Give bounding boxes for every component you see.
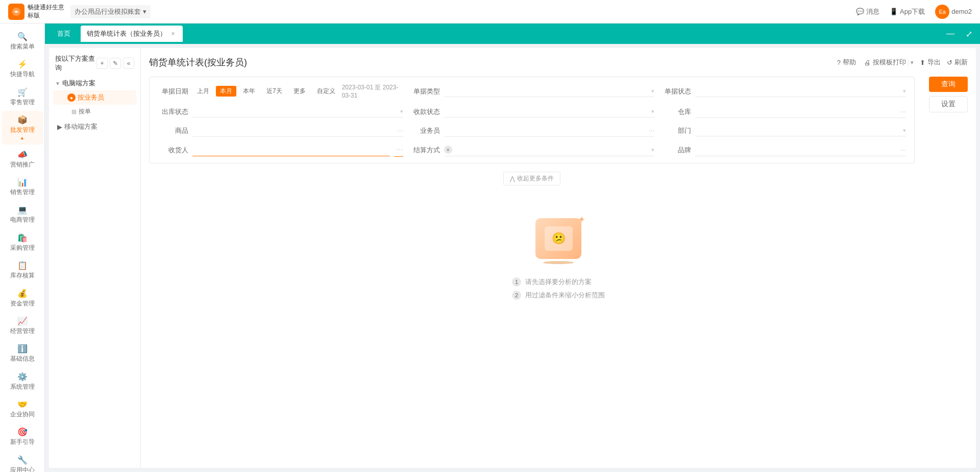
sidebar-inventory-label: 库存核算 <box>10 272 35 279</box>
help-button[interactable]: ? 帮助 <box>837 58 856 67</box>
message-action[interactable]: 💬 消息 <box>856 7 879 16</box>
this-month-btn[interactable]: 本月 <box>216 86 236 97</box>
brand-field[interactable]: ··· <box>695 144 906 156</box>
scheme-header: 按以下方案查询 + ✎ « <box>49 52 140 77</box>
scheme-add-button[interactable]: + <box>96 58 108 69</box>
receipt-status-select[interactable]: ▾ <box>444 106 655 117</box>
collapse-button[interactable]: ⋀ 收起更多条件 <box>503 172 560 185</box>
more-btn[interactable]: 更多 <box>289 85 310 97</box>
sidebar-marketing-label: 营销推广 <box>10 161 35 168</box>
print-button[interactable]: 🖨 按模板打印 <box>862 58 908 67</box>
doc-type-label: 单据类型 <box>409 87 440 96</box>
sidebar-item-system[interactable]: ⚙️ 系统管理 <box>2 368 43 394</box>
group-desktop-label: 电脑端方案 <box>62 79 95 88</box>
sidebar-item-purchase[interactable]: 🛍️ 采购管理 <box>2 229 43 255</box>
doc-status-arrow-icon: ▾ <box>903 88 906 95</box>
empty-step-1: 1 请先选择要分析的方案 <box>512 277 605 287</box>
right-content: 首页 销货单统计表（按业务员） × — ⤢ 按以下方案查询 + <box>45 23 980 472</box>
sidebar-retail-label: 零售管理 <box>10 99 35 106</box>
condition-row-2: 出库状态 ▾ 收款状态 <box>158 105 906 118</box>
sidebar-item-enterprise[interactable]: 🤝 企业协同 <box>2 395 43 422</box>
sidebar-item-basicinfo[interactable]: ℹ️ 基础信息 <box>2 340 43 366</box>
sidebar-item-retail[interactable]: 🛒 零售管理 <box>2 83 43 110</box>
tabbar-actions: — ⤢ <box>943 27 976 41</box>
message-label: 消息 <box>866 7 879 16</box>
collapse-icon: ⋀ <box>510 175 515 182</box>
date-field: 上月 本月 本年 近7天 更多 自定义 2023-03-01 至 20 <box>192 83 403 99</box>
receiver-input[interactable] <box>192 144 390 156</box>
appcenter-icon: 🔧 <box>17 455 28 465</box>
refresh-button[interactable]: ↺ 刷新 <box>947 58 968 67</box>
tab-close-button[interactable]: × <box>169 30 177 37</box>
sidebar-management-label: 经营管理 <box>10 327 35 335</box>
query-button[interactable]: 查询 <box>929 77 968 92</box>
sidebar-item-wholesale[interactable]: 📦 批发管理 ▲ <box>2 111 43 144</box>
doc-type-group: 单据类型 ▾ <box>409 86 655 97</box>
sidebar-item-quicknav[interactable]: ⚡ 快捷导航 <box>2 55 43 82</box>
doc-status-select[interactable]: ▾ <box>695 86 906 97</box>
settlement-clear-button[interactable]: × <box>444 146 452 154</box>
user-profile[interactable]: Ea demo2 <box>935 5 972 19</box>
sidebar-item-marketing[interactable]: 📣 营销推广 <box>2 146 43 172</box>
date-range-value: 2023-03-01 至 2023-03-31 <box>342 83 403 99</box>
step2-num: 2 <box>512 291 521 300</box>
step1-num: 1 <box>512 277 521 287</box>
receiver-dots[interactable]: ··· <box>394 143 403 157</box>
sidebar-item-search[interactable]: 🔍 搜索菜单 <box>2 28 43 54</box>
tab-minimize-button[interactable]: — <box>943 27 958 41</box>
sidebar-item-finance[interactable]: 💰 资金管理 <box>2 285 43 311</box>
sidebar-newbie-label: 新手引导 <box>10 438 35 445</box>
sidebar-item-ecommerce[interactable]: 💻 电商管理 <box>2 201 43 227</box>
tab-home[interactable]: 首页 <box>49 26 79 41</box>
action-buttons: 查询 设置 <box>929 77 968 112</box>
department-select[interactable]: ▾ <box>695 125 906 136</box>
inventory-icon: 📋 <box>17 261 28 270</box>
scheme-item-byorder[interactable]: ⊞ 按单 <box>53 105 136 118</box>
scheme-edit-button[interactable]: ✎ <box>110 58 121 69</box>
scheme-panel: 按以下方案查询 + ✎ « ▼ 电脑端方案 ● <box>49 48 141 468</box>
settlement-arrow-icon: ▾ <box>651 147 654 153</box>
scheme-group-mobile-header[interactable]: ▶ 移动端方案 <box>49 120 140 133</box>
doc-type-select[interactable]: ▾ <box>444 86 655 97</box>
tabbar: 首页 销货单统计表（按业务员） × — ⤢ <box>45 23 980 44</box>
warehouse-field[interactable]: ··· <box>695 105 906 118</box>
doc-type-arrow-icon: ▾ <box>651 88 654 95</box>
tab-maximize-button[interactable]: ⤢ <box>962 27 976 41</box>
last7-btn[interactable]: 近7天 <box>262 85 287 97</box>
sidebar-item-newbie[interactable]: 🎯 新手引导 <box>2 423 43 450</box>
sidebar-item-sales[interactable]: 📊 销售管理 <box>2 173 43 200</box>
settings-button[interactable]: 设置 <box>929 96 968 112</box>
empty-step-2: 2 用过滤条件来缩小分析范围 <box>512 291 605 300</box>
scheme-collapse-button[interactable]: « <box>123 58 134 69</box>
goods-field[interactable]: ··· <box>192 124 403 137</box>
out-status-select[interactable]: ▾ <box>192 106 403 117</box>
print-icon: 🖨 <box>864 59 871 66</box>
query-panel: 销货单统计表(按业务员) ? 帮助 🖨 按模板打印 <box>141 48 976 468</box>
this-year-btn[interactable]: 本年 <box>238 85 260 97</box>
scheme-group-desktop-header[interactable]: ▼ 电脑端方案 <box>51 77 138 90</box>
group-mobile-label: 移动端方案 <box>64 122 97 131</box>
goods-group: 商品 ··· <box>158 124 403 137</box>
sidebar-item-management[interactable]: 📈 经营管理 <box>2 312 43 339</box>
tab-active[interactable]: 销货单统计表（按业务员） × <box>81 26 183 42</box>
export-button[interactable]: ⬆ 导出 <box>920 58 941 67</box>
print-label: 按模板打印 <box>873 58 906 67</box>
scheme-group-desktop: ▼ 电脑端方案 ● 按业务员 ⊞ 按单 <box>49 77 140 118</box>
avatar: Ea <box>935 5 949 19</box>
sidebar-item-appcenter[interactable]: 🔧 应用中心 <box>2 451 43 472</box>
custom-btn[interactable]: 自定义 <box>312 85 340 97</box>
app-download-action[interactable]: 📱 App下载 <box>890 7 925 16</box>
department-group: 部门 ▾ <box>660 125 906 136</box>
help-icon: ? <box>837 59 841 66</box>
app-selector[interactable]: 办公用品行业模拟账套 ▾ <box>70 5 151 18</box>
sidebar-wholesale-label: 批发管理 <box>10 126 35 133</box>
sidebar-search-label: 搜索菜单 <box>10 43 35 50</box>
print-chevron-icon[interactable]: ▾ <box>908 59 914 66</box>
last-month-btn[interactable]: 上月 <box>192 85 214 97</box>
sidebar-item-inventory[interactable]: 📋 库存核算 <box>2 256 43 283</box>
salesperson-field[interactable]: ··· <box>444 124 655 137</box>
mobile-arrow-icon: ▶ <box>57 123 62 131</box>
goods-label: 商品 <box>158 126 188 135</box>
salesperson-group: 业务员 ··· <box>409 124 655 137</box>
scheme-item-salesperson[interactable]: ● 按业务员 <box>53 90 136 105</box>
